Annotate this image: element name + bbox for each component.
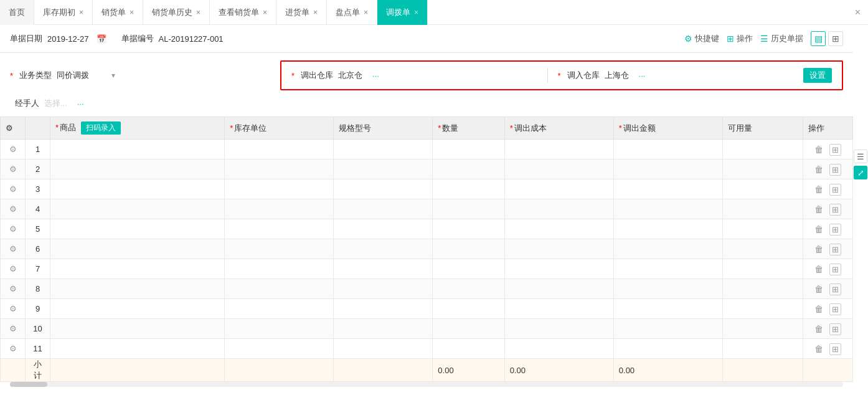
row-product-2[interactable] — [50, 179, 225, 199]
operations-btn[interactable]: ⊞ 操作 — [727, 33, 753, 44]
row-cost-6[interactable] — [504, 259, 613, 279]
row-qty-4[interactable] — [433, 219, 504, 239]
row-unit-9[interactable] — [225, 319, 334, 339]
row-qty-5[interactable] — [433, 239, 504, 259]
row-amount-6[interactable] — [613, 259, 722, 279]
row-cost-0[interactable] — [504, 140, 613, 159]
row-available-4[interactable] — [722, 219, 803, 239]
in-warehouse-ellipsis[interactable]: ··· — [639, 71, 646, 80]
row-amount-0[interactable] — [613, 140, 722, 159]
row-qty-0[interactable] — [433, 140, 504, 159]
row-qty-9[interactable] — [433, 319, 504, 339]
row-spec-0[interactable] — [334, 140, 433, 159]
operator-input[interactable]: 选择... — [44, 98, 67, 109]
copy-icon-1[interactable]: ⊞ — [829, 164, 841, 176]
row-gear-3[interactable]: ⚙ — [1, 199, 26, 219]
tab-purchase-order-close[interactable]: × — [313, 9, 318, 16]
in-warehouse-value[interactable]: 上海仓 — [605, 70, 629, 81]
row-amount-3[interactable] — [613, 199, 722, 219]
tab-sales-order-close[interactable]: × — [130, 9, 134, 16]
row-gear-1[interactable]: ⚙ — [1, 159, 26, 179]
row-amount-10[interactable] — [613, 339, 722, 359]
delete-icon-5[interactable]: 🗑 — [814, 244, 823, 254]
row-available-2[interactable] — [722, 179, 803, 199]
row-unit-4[interactable] — [225, 219, 334, 239]
calendar-icon[interactable]: 📅 — [97, 34, 106, 44]
row-unit-6[interactable] — [225, 259, 334, 279]
row-available-1[interactable] — [722, 159, 803, 179]
row-qty-10[interactable] — [433, 339, 504, 359]
row-spec-9[interactable] — [334, 319, 433, 339]
col-header-gear[interactable]: ⚙ — [1, 117, 26, 140]
delete-icon-0[interactable]: 🗑 — [814, 145, 823, 155]
row-qty-1[interactable] — [433, 159, 504, 179]
row-spec-10[interactable] — [334, 339, 433, 359]
row-available-7[interactable] — [722, 279, 803, 299]
row-amount-5[interactable] — [613, 239, 722, 259]
tab-inventory-init-close[interactable]: × — [79, 9, 83, 16]
delete-icon-4[interactable]: 🗑 — [814, 224, 823, 234]
row-product-4[interactable] — [50, 219, 225, 239]
row-product-6[interactable] — [50, 259, 225, 279]
row-qty-7[interactable] — [433, 279, 504, 299]
row-qty-3[interactable] — [433, 199, 504, 219]
delete-icon-10[interactable]: 🗑 — [814, 344, 823, 354]
row-available-0[interactable] — [722, 140, 803, 159]
row-amount-1[interactable] — [613, 159, 722, 179]
biz-type-value[interactable]: 同价调拨 — [57, 70, 106, 81]
biz-type-dropdown-icon[interactable]: ▾ — [111, 71, 115, 80]
sidebar-list-icon[interactable]: ☰ — [854, 150, 867, 163]
row-unit-5[interactable] — [225, 239, 334, 259]
tab-inventory-check-close[interactable]: × — [364, 9, 368, 16]
row-spec-4[interactable] — [334, 219, 433, 239]
row-gear-9[interactable]: ⚙ — [1, 319, 26, 339]
row-spec-5[interactable] — [334, 239, 433, 259]
row-product-3[interactable] — [50, 199, 225, 219]
row-cost-10[interactable] — [504, 339, 613, 359]
copy-icon-5[interactable]: ⊞ — [829, 244, 841, 255]
row-available-5[interactable] — [722, 239, 803, 259]
row-product-5[interactable] — [50, 239, 225, 259]
row-available-6[interactable] — [722, 259, 803, 279]
row-cost-7[interactable] — [504, 279, 613, 299]
delete-icon-7[interactable]: 🗑 — [814, 284, 823, 294]
delete-icon-2[interactable]: 🗑 — [814, 184, 823, 194]
tab-view-sales-close[interactable]: × — [263, 9, 267, 16]
copy-icon-8[interactable]: ⊞ — [829, 303, 841, 315]
copy-icon-2[interactable]: ⊞ — [829, 184, 841, 196]
tab-transfer-order[interactable]: 调拨单 × — [377, 0, 428, 25]
grid-view-btn-1[interactable]: ▤ — [811, 31, 826, 46]
copy-icon-7[interactable]: ⊞ — [829, 283, 841, 295]
row-spec-8[interactable] — [334, 299, 433, 319]
delete-icon-3[interactable]: 🗑 — [814, 204, 823, 214]
row-amount-9[interactable] — [613, 319, 722, 339]
row-cost-4[interactable] — [504, 219, 613, 239]
row-product-9[interactable] — [50, 319, 225, 339]
history-docs-btn[interactable]: ☰ 历史单据 — [760, 33, 803, 44]
row-qty-6[interactable] — [433, 259, 504, 279]
copy-icon-9[interactable]: ⊞ — [829, 323, 841, 335]
row-gear-8[interactable]: ⚙ — [1, 299, 26, 319]
row-gear-4[interactable]: ⚙ — [1, 219, 26, 239]
row-unit-3[interactable] — [225, 199, 334, 219]
row-cost-5[interactable] — [504, 239, 613, 259]
row-amount-2[interactable] — [613, 179, 722, 199]
copy-icon-0[interactable]: ⊞ — [829, 144, 841, 156]
copy-icon-6[interactable]: ⊞ — [829, 264, 841, 275]
row-amount-4[interactable] — [613, 219, 722, 239]
delete-icon-6[interactable]: 🗑 — [814, 264, 823, 274]
scrollbar-thumb[interactable] — [10, 382, 47, 387]
tab-inventory-init[interactable]: 库存期初 × — [34, 0, 93, 25]
tab-inventory-check[interactable]: 盘点单 × — [327, 0, 377, 25]
row-spec-7[interactable] — [334, 279, 433, 299]
row-product-1[interactable] — [50, 159, 225, 179]
copy-icon-3[interactable]: ⊞ — [829, 204, 841, 216]
row-spec-1[interactable] — [334, 159, 433, 179]
row-available-8[interactable] — [722, 299, 803, 319]
tab-purchase-order[interactable]: 进货单 × — [276, 0, 327, 25]
row-available-10[interactable] — [722, 339, 803, 359]
row-gear-10[interactable]: ⚙ — [1, 339, 26, 359]
row-available-9[interactable] — [722, 319, 803, 339]
sidebar-expand-icon[interactable]: ⤢ — [854, 166, 867, 179]
copy-icon-10[interactable]: ⊞ — [829, 343, 841, 355]
